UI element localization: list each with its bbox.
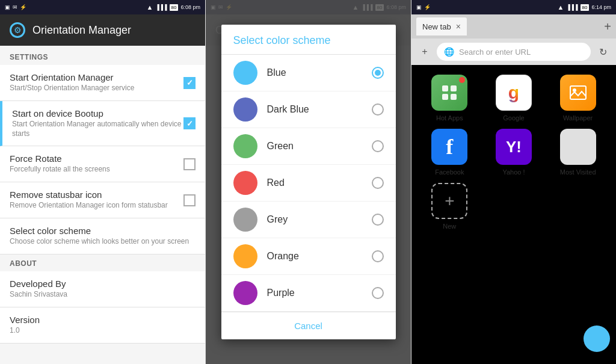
color-option-red[interactable]: Red: [221, 165, 396, 202]
setting-force-rotate-title: Force Rotate: [10, 153, 183, 164]
wallpaper-icon-box: [560, 75, 596, 111]
usb-icon: ⚡: [20, 4, 26, 10]
color-option-purple[interactable]: Purple: [221, 275, 396, 312]
setting-start-boot-desc: Start Orientation Manager automatically …: [12, 120, 183, 138]
app-header: Orientation Manager: [0, 14, 205, 46]
setting-start-om[interactable]: Start Orientation Manager Start/Stop Ori…: [0, 65, 205, 101]
app-icon-yahoo[interactable]: Y! Yahoo !: [485, 129, 543, 176]
color-option-green[interactable]: Green: [221, 128, 396, 165]
setting-color-scheme-title: Select color scheme: [10, 226, 196, 236]
browser-floating-button[interactable]: [584, 325, 610, 352]
svg-rect-0: [442, 85, 448, 91]
panel-settings: ▣ ✉ ⚡ ▲ ▐▐▐ 80 6:08 pm Orientation Manag…: [0, 0, 206, 364]
svg-rect-1: [451, 85, 457, 91]
dialog-overlay: Select color scheme Blue Dark Blue Green: [206, 0, 411, 364]
radio-grey[interactable]: [372, 214, 384, 226]
setting-remove-statusbar-title: Remove statusbar icon: [10, 190, 183, 200]
color-label-grey: Grey: [267, 214, 372, 225]
app-icon-facebook[interactable]: f Facebook: [421, 129, 478, 176]
setting-start-boot-text: Start on device Bootup Start Orientation…: [12, 108, 183, 138]
radio-blue[interactable]: [372, 67, 384, 79]
battery-indicator: 80: [170, 4, 179, 11]
refresh-button[interactable]: ↻: [594, 43, 611, 60]
setting-force-rotate-checkbox[interactable]: [183, 158, 196, 170]
add-tab-icon-button[interactable]: +: [416, 43, 433, 60]
setting-version-number: 1.0: [10, 326, 196, 336]
radio-green[interactable]: [372, 140, 384, 152]
app-icon-google[interactable]: g Google: [485, 75, 543, 122]
time-display-3: 6:14 pm: [591, 4, 611, 10]
browser-tab-new[interactable]: New tab ×: [416, 17, 467, 35]
yahoo-letter: Y!: [506, 138, 522, 156]
setting-remove-statusbar-desc: Remove Orientation Manager icon form sta…: [10, 201, 183, 211]
setting-color-scheme[interactable]: Select color scheme Choose color scheme …: [0, 218, 205, 254]
setting-version-text: Version 1.0: [10, 315, 196, 336]
app-icon-new[interactable]: + New: [421, 183, 478, 230]
color-swatch-grey: [233, 208, 257, 232]
tab-close-button[interactable]: ×: [456, 22, 461, 31]
setting-start-boot-checkbox[interactable]: [183, 117, 196, 129]
android-icon-3: ▣: [416, 4, 422, 10]
radio-purple[interactable]: [372, 287, 384, 299]
color-label-green: Green: [267, 141, 372, 152]
color-swatch-orange: [233, 244, 257, 268]
setting-color-scheme-text: Select color scheme Choose color scheme …: [10, 226, 196, 247]
setting-start-om-desc: Start/Stop Orientation Manager service: [10, 84, 183, 93]
wallpaper-svg: [568, 83, 588, 102]
time-display: 6:08 pm: [180, 4, 200, 10]
color-label-red: Red: [267, 177, 372, 188]
color-swatch-purple: [233, 281, 257, 305]
app-icon-hot-apps[interactable]: Hot Apps: [421, 75, 478, 122]
setting-remove-statusbar-checkbox[interactable]: [183, 194, 196, 206]
radio-dark-blue[interactable]: [372, 103, 384, 116]
status-icons-right: ▲ ▐▐▐ 80 6:08 pm: [147, 4, 200, 11]
radio-orange[interactable]: [372, 250, 384, 262]
status-icons-left-3: ▣ ⚡: [416, 4, 431, 10]
most-visited-icon-box: [560, 129, 596, 165]
yahoo-icon-box: Y!: [496, 129, 532, 165]
color-swatch-blue: [233, 61, 257, 85]
settings-list: SETTINGS Start Orientation Manager Start…: [0, 46, 205, 364]
color-option-blue[interactable]: Blue: [221, 55, 396, 91]
android-icon: ▣: [5, 4, 10, 10]
setting-start-boot[interactable]: Start on device Bootup Start Orientation…: [0, 101, 205, 146]
battery-indicator-3: 80: [581, 4, 590, 11]
color-label-dark-blue: Dark Blue: [267, 104, 372, 115]
signal-icon-3: ▐▐▐: [566, 4, 578, 10]
setting-force-rotate[interactable]: Force Rotate Forcefully rotate all the s…: [0, 146, 205, 182]
setting-start-boot-title: Start on device Bootup: [12, 108, 183, 119]
color-label-orange: Orange: [267, 251, 372, 262]
app-logo-icon: [10, 22, 25, 38]
color-option-dark-blue[interactable]: Dark Blue: [221, 91, 396, 128]
color-option-grey[interactable]: Grey: [221, 202, 396, 238]
color-swatch-red: [233, 171, 257, 195]
section-about-label: ABOUT: [0, 254, 205, 271]
url-input[interactable]: 🌐 Search or enter URL: [437, 43, 591, 61]
dialog-cancel-button[interactable]: Cancel: [221, 312, 396, 339]
color-option-orange[interactable]: Orange: [221, 238, 396, 275]
url-placeholder: Search or enter URL: [459, 48, 531, 57]
hot-apps-label: Hot Apps: [436, 114, 463, 122]
app-icon-most-visited[interactable]: Most Visited: [549, 129, 606, 176]
tab-label: New tab: [422, 22, 451, 31]
dialog-title: Select color scheme: [221, 25, 396, 55]
wifi-icon: ▲: [147, 4, 153, 11]
app-icon-wallpaper[interactable]: Wallpaper: [549, 75, 606, 122]
browser-address-bar: + 🌐 Search or enter URL ↻: [411, 39, 616, 65]
svg-rect-4: [570, 86, 586, 99]
hot-apps-notification-dot: [459, 77, 465, 83]
status-bar-3: ▣ ⚡ ▲ ▐▐▐ 80 6:14 pm: [411, 0, 616, 14]
setting-start-om-checkbox[interactable]: [183, 77, 196, 89]
radio-red[interactable]: [372, 177, 384, 189]
setting-force-rotate-desc: Forcefully rotate all the screens: [10, 165, 183, 174]
browser-tab-bar: New tab × +: [411, 14, 616, 39]
setting-start-om-title: Start Orientation Manager: [10, 72, 183, 82]
setting-remove-statusbar[interactable]: Remove statusbar icon Remove Orientation…: [0, 182, 205, 218]
status-icons-left: ▣ ✉ ⚡: [5, 4, 26, 10]
setting-color-scheme-desc: Choose color scheme which looks better o…: [10, 237, 196, 247]
color-scheme-dialog: Select color scheme Blue Dark Blue Green: [221, 25, 396, 339]
setting-force-rotate-text: Force Rotate Forcefully rotate all the s…: [10, 153, 183, 174]
new-tab-button[interactable]: +: [604, 20, 611, 34]
wifi-icon-3: ▲: [558, 4, 564, 11]
setting-remove-statusbar-text: Remove statusbar icon Remove Orientation…: [10, 190, 183, 211]
